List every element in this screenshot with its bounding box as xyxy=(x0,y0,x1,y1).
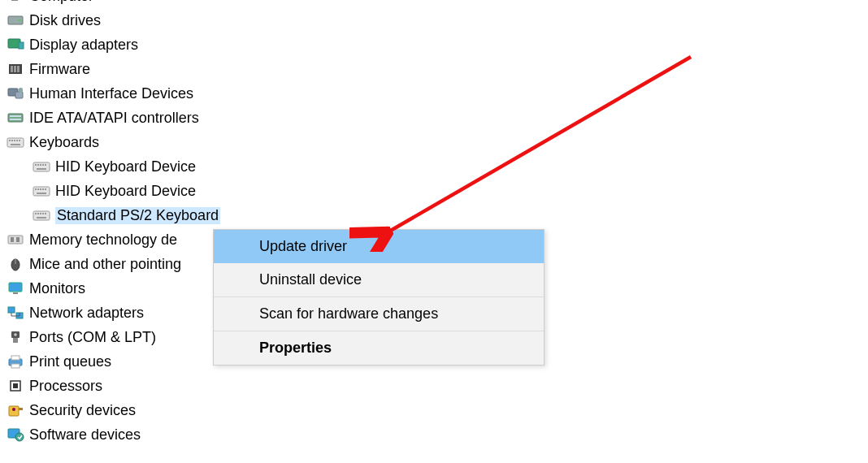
tree-item-label: IDE ATA/ATAPI controllers xyxy=(29,110,199,127)
svg-rect-26 xyxy=(40,164,41,166)
svg-rect-8 xyxy=(14,66,16,72)
firmware-icon xyxy=(7,62,24,76)
svg-rect-5 xyxy=(19,42,24,49)
svg-rect-46 xyxy=(16,237,20,242)
svg-point-58 xyxy=(14,333,17,336)
tree-item[interactable]: HID Keyboard Device xyxy=(0,154,220,179)
keyboard-icon xyxy=(33,184,50,198)
svg-rect-41 xyxy=(42,213,44,214)
menu-item[interactable]: Properties xyxy=(214,331,544,365)
svg-rect-11 xyxy=(15,92,23,98)
svg-rect-51 xyxy=(8,307,15,313)
svg-rect-24 xyxy=(35,164,37,166)
svg-rect-18 xyxy=(11,140,13,141)
menu-item[interactable]: Update driver xyxy=(214,230,544,263)
svg-rect-60 xyxy=(11,356,20,360)
tree-item-label: HID Keyboard Device xyxy=(55,183,196,200)
memory-icon xyxy=(7,232,24,247)
tree-item[interactable]: Firmware xyxy=(0,57,220,81)
svg-rect-9 xyxy=(17,66,20,72)
svg-rect-32 xyxy=(37,188,39,190)
keyboard-icon xyxy=(33,159,50,174)
svg-rect-19 xyxy=(14,140,15,141)
tree-item[interactable]: HID Keyboard Device xyxy=(0,179,220,203)
annotation-arrow xyxy=(349,41,707,252)
tree-item-label: Security devices xyxy=(29,402,136,419)
computer-icon xyxy=(7,0,24,3)
svg-rect-31 xyxy=(35,188,37,190)
tree-item-label: Computer xyxy=(29,0,93,5)
disk-icon xyxy=(7,13,24,28)
svg-rect-44 xyxy=(8,236,23,244)
tree-item[interactable]: Processors xyxy=(0,374,220,398)
svg-rect-50 xyxy=(13,292,18,294)
tree-item-label: Monitors xyxy=(29,280,85,297)
svg-rect-43 xyxy=(37,217,46,219)
tree-item[interactable]: Ports (COM & LPT) xyxy=(0,325,220,349)
hid-icon xyxy=(7,86,24,101)
svg-rect-16 xyxy=(7,138,24,147)
svg-rect-22 xyxy=(11,144,20,145)
svg-rect-7 xyxy=(11,66,13,72)
tree-item[interactable]: Human Interface Devices xyxy=(0,81,220,106)
svg-rect-49 xyxy=(9,283,22,292)
tree-item-label: Display adapters xyxy=(29,37,138,54)
tree-item[interactable]: Display adapters xyxy=(0,32,220,57)
context-menu: Update driverUninstall deviceScan for ha… xyxy=(213,229,545,366)
tree-item-label: Firmware xyxy=(29,61,90,78)
tree-item[interactable]: Software devices xyxy=(0,422,220,447)
tree-item[interactable]: Security devices xyxy=(0,398,220,422)
tree-item[interactable]: Standard PS/2 Keyboard xyxy=(0,203,220,227)
cpu-icon xyxy=(7,379,24,393)
tree-item-label: Standard PS/2 Keyboard xyxy=(55,207,220,224)
svg-point-65 xyxy=(12,408,15,411)
keyboard-cat-icon xyxy=(7,135,24,149)
svg-point-3 xyxy=(19,19,21,22)
tree-item[interactable]: Network adapters xyxy=(0,301,220,325)
svg-rect-63 xyxy=(13,383,18,388)
tree-item[interactable]: Print queues xyxy=(0,349,220,374)
tree-item[interactable]: Keyboards xyxy=(0,130,220,154)
svg-rect-37 xyxy=(33,211,50,220)
svg-rect-14 xyxy=(10,115,21,117)
svg-rect-61 xyxy=(11,364,20,368)
svg-rect-27 xyxy=(42,164,44,166)
svg-rect-66 xyxy=(19,408,23,410)
svg-rect-30 xyxy=(33,187,50,196)
tree-item-label: Mice and other pointing xyxy=(29,256,181,273)
tree-item-label: Print queues xyxy=(29,353,111,370)
tree-item-label: Ports (COM & LPT) xyxy=(29,329,156,346)
display-icon xyxy=(7,37,24,52)
svg-rect-33 xyxy=(40,188,41,190)
ide-icon xyxy=(7,110,24,125)
svg-rect-12 xyxy=(19,88,23,93)
svg-rect-1 xyxy=(11,0,18,1)
svg-rect-21 xyxy=(19,140,20,141)
menu-item[interactable]: Scan for hardware changes xyxy=(214,297,544,331)
svg-rect-40 xyxy=(40,213,41,214)
mouse-icon xyxy=(7,257,24,271)
tree-item[interactable]: Mice and other pointing xyxy=(0,252,220,276)
tree-item[interactable]: Disk drives xyxy=(0,8,220,32)
svg-rect-36 xyxy=(37,193,46,194)
svg-rect-39 xyxy=(37,213,39,214)
svg-rect-45 xyxy=(11,237,14,242)
svg-rect-28 xyxy=(45,164,46,166)
tree-item[interactable]: IDE ATA/ATAPI controllers xyxy=(0,106,220,130)
tree-item-label: Disk drives xyxy=(29,12,101,29)
device-tree: ComputerDisk drivesDisplay adaptersFirmw… xyxy=(0,0,220,447)
tree-item[interactable]: Computer xyxy=(0,0,220,8)
tree-item-label: Keyboards xyxy=(29,134,99,151)
tree-item[interactable]: Monitors xyxy=(0,276,220,301)
software-icon xyxy=(7,427,24,442)
svg-rect-57 xyxy=(13,338,18,343)
svg-rect-29 xyxy=(37,168,46,170)
keyboard-icon xyxy=(33,208,50,223)
tree-item[interactable]: Memory technology de xyxy=(0,227,220,252)
tree-item-label: Human Interface Devices xyxy=(29,85,193,102)
menu-item[interactable]: Uninstall device xyxy=(214,263,544,296)
tree-item-label: HID Keyboard Device xyxy=(55,158,196,175)
monitor-icon xyxy=(7,281,24,296)
svg-rect-23 xyxy=(33,162,50,171)
tree-item-label: Memory technology de xyxy=(29,232,177,249)
